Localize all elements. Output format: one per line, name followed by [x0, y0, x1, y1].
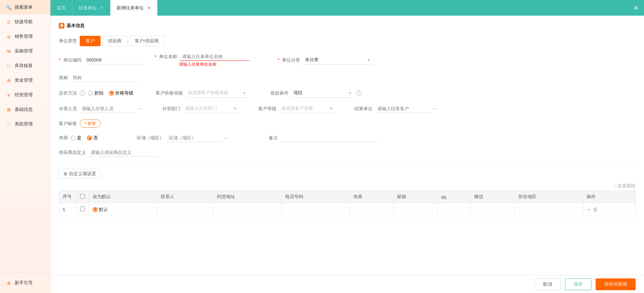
region-input[interactable] [167, 134, 222, 142]
region-dots-btn[interactable]: ··· [222, 135, 230, 141]
save-button[interactable]: 保存 [565, 278, 591, 290]
abbr-input[interactable] [71, 74, 140, 82]
guide-icon: ⊕ [6, 280, 12, 286]
unit-code-input[interactable] [84, 56, 143, 64]
tab-trade-units[interactable]: 往来单位 ✕ [72, 0, 110, 16]
tabbar-close-all-btn[interactable]: ✕ [628, 0, 644, 16]
type-btn-customer[interactable]: 客户 [80, 36, 101, 46]
unit-category-select[interactable]: 未分类 ▼ [303, 55, 372, 65]
pricing-method-tooltip-icon[interactable]: ? [80, 90, 85, 96]
radio-disable-no[interactable]: 否 [87, 135, 98, 141]
radio-grade-inner [110, 92, 113, 94]
radio-disable-no-outer [87, 136, 92, 140]
settlement-input[interactable] [375, 105, 431, 113]
dept-placeholder: 请输入分管部门 [185, 105, 232, 112]
radio-grade-outer [109, 91, 114, 96]
th-seq: 序号 [59, 191, 77, 203]
radio-disable-yes[interactable]: 是 [71, 135, 81, 141]
type-btn-both[interactable]: 客户/供应商 [129, 36, 165, 46]
manager-label: 分管人员 [59, 106, 77, 112]
sidebar-item-purchase[interactable]: 🛍 采购管理 [0, 44, 50, 58]
row-default-radio[interactable]: 默认 [93, 206, 154, 213]
tags-label: 客户标签 [59, 121, 77, 127]
tab-trade-units-close[interactable]: ✕ [100, 6, 104, 10]
add-tag-btn[interactable]: + 标签 [80, 120, 101, 128]
payment-terms-chevron-icon: ▼ [348, 91, 352, 95]
sidebar-item-sales[interactable]: ◎ 销售管理 [0, 29, 50, 44]
radio-grade[interactable]: 价格等级 [109, 90, 133, 96]
th-action: 操作 [583, 191, 635, 203]
unit-name-required: * [155, 54, 156, 59]
settlement-label: 结算单位 [354, 106, 372, 112]
th-email: 邮箱 [394, 191, 438, 203]
sidebar-item-basic[interactable]: ⊠ 基础信息 [0, 102, 50, 117]
abbr-row: 简称 [59, 74, 636, 82]
unit-name-input[interactable] [180, 52, 250, 61]
pricing-radio-group: 折扣 价格等级 [88, 90, 133, 96]
sidebar-item-inventory[interactable]: □ 库存核算 [0, 58, 50, 73]
manager-dots-btn[interactable]: ··· [135, 106, 143, 112]
batch-delete-icon: □ [613, 184, 616, 189]
row-checkbox[interactable] [80, 206, 85, 211]
sidebar-item-quick-nav[interactable]: ⊙ 快捷导航 [0, 15, 50, 29]
sidebar-item-basic-label: 基础信息 [15, 106, 33, 113]
sidebar-item-finance[interactable]: ⊛ 资金管理 [0, 73, 50, 88]
dept-chevron-icon: ▼ [233, 107, 237, 111]
payment-terms-label: 收款条件 [270, 90, 289, 96]
type-btn-supplier[interactable]: 供应商 [102, 36, 127, 46]
sidebar-item-ops-label: 经营管理 [15, 92, 33, 98]
remark-input[interactable] [281, 134, 378, 142]
sidebar-item-guide-label: 新手引导 [15, 280, 33, 286]
dept-select[interactable]: 请输入分管部门 ▼ [183, 104, 239, 113]
disable-radio-group: 是 否 [71, 135, 98, 141]
tab-trade-units-label: 往来单位 [79, 5, 97, 11]
page-content: 基 基本信息 单位类型 客户 供应商 客户/供应商 * 单位编码 [50, 16, 644, 275]
row-delivery-addr [213, 203, 282, 216]
dept-label: 分管部门 [162, 106, 180, 112]
sidebar-item-guide[interactable]: ⊕ 新手引导 [0, 276, 50, 290]
unit-code-name-row: * 单位编码 * 单位名称 请输入往来单位名称 * 单位分类 未分类 ▼ [59, 52, 636, 67]
supplier-custom-label: 供应商自定义 [59, 149, 86, 156]
select-all-checkbox[interactable] [80, 194, 85, 199]
row-add-btn[interactable]: + [587, 206, 591, 213]
sidebar: 🔍 搜索菜单 ⊙ 快捷导航 ◎ 销售管理 🛍 采购管理 □ 库存核算 ⊛ 资金管… [0, 0, 50, 293]
dept-field: 分管部门 请输入分管部门 ▼ [162, 104, 239, 113]
th-delivery-addr: 到货地址 [213, 191, 282, 203]
disable-field: 停用 是 否 [59, 135, 98, 141]
save-new-button[interactable]: 保存并新增 [596, 278, 636, 290]
radio-discount[interactable]: 折扣 [88, 90, 103, 96]
settlement-field: 结算单位 ··· [354, 105, 438, 113]
payment-terms-tooltip-icon[interactable]: ? [356, 90, 362, 96]
cancel-button[interactable]: 取消 [534, 278, 561, 290]
radio-disable-no-inner [88, 137, 91, 139]
row-qq [438, 203, 471, 216]
payment-terms-select[interactable]: 现结 ▼ [291, 88, 354, 98]
unit-name-label: 单位名称 [159, 54, 177, 60]
unit-code-field: * 单位编码 [59, 56, 143, 64]
sidebar-item-sys[interactable]: ◌ 系统管理 [0, 117, 50, 131]
settlement-dots-btn[interactable]: ··· [431, 106, 438, 112]
pricing-method-label: 定价方法 [59, 90, 77, 96]
region-field: 区域（地区） ··· [137, 134, 230, 142]
supplier-custom-input[interactable] [89, 148, 158, 157]
customer-level-select[interactable]: 请选择客户等级 ▼ [279, 104, 335, 113]
tab-home[interactable]: 首页 [50, 0, 72, 16]
sidebar-item-finance-label: 资金管理 [15, 77, 33, 83]
main-area: 首页 往来单位 ✕ 新增往来单位 ✕ ✕ 基 基本信息 单位类型 客户 供应商 … [50, 0, 644, 293]
manager-input[interactable] [80, 105, 135, 113]
basic-info-icon: ⊠ [6, 106, 12, 113]
tab-new-trade-unit-close[interactable]: ✕ [147, 6, 151, 10]
unit-code-label: 单位编码 [63, 57, 81, 63]
batch-delete-label[interactable]: 批量删除 [618, 183, 636, 189]
customer-price-placeholder: 请选择客户价格等级 [188, 90, 241, 96]
unit-type-row: 单位类型 客户 供应商 客户/供应商 [59, 36, 636, 46]
tab-new-trade-unit[interactable]: 新增往来单位 ✕ [110, 0, 157, 16]
customer-price-select[interactable]: 请选择客户价格等级 ▼ [186, 88, 248, 98]
supplier-custom-row: 供应商自定义 [59, 148, 636, 157]
section-basic-info: 基 基本信息 [59, 23, 636, 29]
custom-settings-btn[interactable]: ⚙ 自定义项设置 [59, 169, 101, 179]
sidebar-item-ops[interactable]: ≡ 经营管理 [0, 88, 50, 102]
disable-region-row: 停用 是 否 区域（地区） ··· [59, 134, 636, 142]
sidebar-item-search[interactable]: 🔍 搜索菜单 [0, 0, 50, 15]
row-delete-btn[interactable]: 🗑 [592, 206, 599, 213]
